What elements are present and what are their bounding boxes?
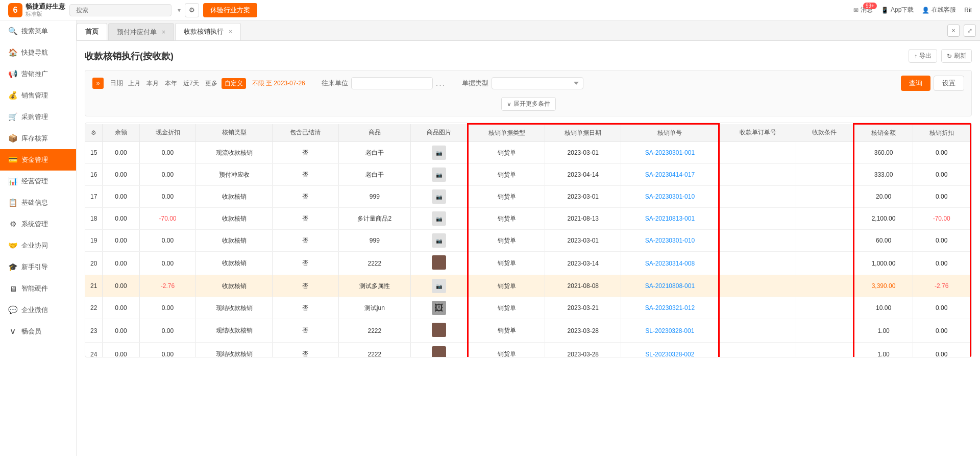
bill-no-link[interactable]: SA-20230321-012: [645, 304, 695, 311]
td-include-settled: 否: [272, 230, 338, 252]
td-product-image: 📷: [410, 275, 468, 297]
td-balance: 0.00: [103, 297, 139, 319]
td-product: 999: [338, 230, 410, 252]
td-cancel-amount: 1.00: [853, 319, 913, 343]
td-cancel-bill-type: 销货单: [468, 252, 545, 275]
data-table: ⚙ 余额 现金折扣 核销类型 包含已结清 商品 商品图片 核销单据类型 核销单据…: [85, 123, 971, 357]
table-row: 22 0.00 0.00 现结收款核销 否 测试jun 🖼 销货单 2023-0…: [85, 297, 971, 319]
export-button[interactable]: ↑ 导出: [909, 49, 937, 63]
tab-home[interactable]: 首页: [77, 23, 107, 40]
date-opt-this-month[interactable]: 本月: [144, 78, 161, 89]
td-cancel-bill-no[interactable]: SA-20210813-001: [621, 208, 719, 230]
purchase-icon: 🛒: [8, 112, 17, 122]
bill-no-link[interactable]: SA-20210808-001: [645, 282, 695, 290]
sidebar-item-purchase[interactable]: 🛒 采购管理: [0, 106, 76, 128]
tab-close-button[interactable]: ×: [947, 25, 960, 37]
td-cancel-bill-no[interactable]: SA-20230314-008: [621, 252, 719, 275]
td-cancel-bill-no[interactable]: SA-20230301-001: [621, 142, 719, 164]
td-cancel-discount: 0.00: [913, 343, 971, 358]
bill-no-link[interactable]: SA-20230414-017: [645, 171, 695, 178]
td-cancel-bill-no[interactable]: SA-20230321-012: [621, 297, 719, 319]
td-receipt-order-no: [719, 164, 796, 186]
td-cancel-bill-no[interactable]: SL-20230328-001: [621, 319, 719, 343]
bill-no-link[interactable]: SA-20230301-010: [645, 237, 695, 244]
table-settings-button[interactable]: 设置: [934, 76, 964, 91]
td-receipt-condition: [796, 208, 853, 230]
from-unit-input[interactable]: [351, 77, 433, 89]
tab-bar: 首页 预付冲应付单 × 收款核销执行 × × ⤢: [77, 20, 980, 41]
tab-cancel-close[interactable]: ×: [229, 28, 232, 35]
td-cancel-bill-date: 2023-03-01: [545, 186, 621, 208]
date-opt-prev-month[interactable]: 上月: [126, 78, 142, 89]
td-product-image: 📷: [410, 186, 468, 208]
td-cash-discount: 0.00: [139, 252, 196, 275]
td-cancel-bill-date: 2021-08-13: [545, 208, 621, 230]
td-product-image: [410, 343, 468, 358]
sidebar-item-member[interactable]: V 畅会员: [0, 321, 76, 342]
td-cancel-bill-date: 2021-08-08: [545, 275, 621, 297]
query-button[interactable]: 查询: [901, 76, 930, 91]
app-download-button[interactable]: 📱 App下载: [881, 6, 914, 14]
filter-expand-arrow[interactable]: »: [92, 78, 104, 89]
td-cancel-bill-type: 销货单: [468, 230, 545, 252]
td-cancel-discount: 0.00: [913, 186, 971, 208]
refresh-button[interactable]: ↻ 刷新: [941, 49, 972, 63]
td-balance: 0.00: [103, 142, 139, 164]
page-title-row: 收款核销执行(按收款) ↑ 导出 ↻ 刷新: [85, 49, 972, 63]
notification-button[interactable]: ✉ 消息 99+: [853, 6, 873, 14]
online-service-button[interactable]: 👤 在线客服: [922, 6, 956, 14]
sidebar-label-collab: 企业协同: [21, 241, 48, 250]
td-cancel-bill-date: 2023-03-01: [545, 142, 621, 164]
bill-no-link[interactable]: SA-20230301-010: [645, 193, 695, 200]
sidebar-item-collab[interactable]: 🤝 企业协同: [0, 235, 76, 256]
td-product: 2222: [338, 319, 410, 343]
search-input[interactable]: [69, 4, 172, 16]
th-receipt-condition: 收款条件: [796, 124, 853, 142]
sidebar-item-marketing[interactable]: 📢 营销推广: [0, 63, 76, 85]
bill-type-select[interactable]: [492, 77, 583, 89]
td-cancel-bill-no[interactable]: SA-20230414-017: [621, 164, 719, 186]
sidebar-item-finance[interactable]: 💳 资金管理: [0, 149, 76, 171]
sidebar: 🔍 搜索菜单 🏠 快捷导航 📢 营销推广 💰 销售管理 🛒 采购管理 📦 库存核…: [0, 20, 77, 456]
filter-row: » 日期 上月 本月 本年 近7天 更多 自定义 不限 至 202: [92, 76, 964, 91]
bill-no-link[interactable]: SA-20230301-001: [645, 149, 695, 156]
td-receipt-condition: [796, 343, 853, 358]
td-cancel-bill-no[interactable]: SA-20230301-010: [621, 186, 719, 208]
sidebar-item-search[interactable]: 🔍 搜索菜单: [0, 20, 76, 42]
bill-no-link[interactable]: SA-20230314-008: [645, 260, 695, 267]
tab-expand-button[interactable]: ⤢: [964, 25, 976, 37]
sidebar-item-system[interactable]: ⚙ 系统管理: [0, 213, 76, 235]
tab-prepay-close[interactable]: ×: [162, 29, 165, 36]
bill-no-link[interactable]: SL-20230328-001: [645, 327, 694, 334]
sidebar-item-operations[interactable]: 📊 经营管理: [0, 171, 76, 192]
sidebar-item-guide[interactable]: 🎓 新手引导: [0, 256, 76, 278]
td-include-settled: 否: [272, 252, 338, 275]
tab-cancel[interactable]: 收款核销执行 ×: [175, 23, 241, 40]
td-cancel-discount: 0.00: [913, 142, 971, 164]
industry-button[interactable]: 休验行业方案: [203, 3, 257, 17]
date-opt-this-year[interactable]: 本年: [163, 78, 179, 89]
bill-no-link[interactable]: SL-20230328-002: [645, 351, 694, 358]
td-cancel-bill-no[interactable]: SL-20230328-002: [621, 343, 719, 358]
sidebar-item-basic[interactable]: 📋 基础信息: [0, 192, 76, 213]
sidebar-item-inventory[interactable]: 📦 库存核算: [0, 128, 76, 149]
sidebar-item-sales[interactable]: 💰 销售管理: [0, 85, 76, 106]
bill-no-link[interactable]: SA-20210813-001: [645, 215, 695, 222]
expand-conditions-button[interactable]: ∨ 展开更多条件: [501, 97, 556, 111]
date-opt-7days[interactable]: 近7天: [181, 78, 201, 89]
td-cancel-bill-no[interactable]: SA-20230301-010: [621, 230, 719, 252]
date-opt-more[interactable]: 更多: [203, 78, 219, 89]
td-no: 15: [85, 142, 103, 164]
td-cancel-bill-no[interactable]: SA-20210808-001: [621, 275, 719, 297]
td-receipt-condition: [796, 319, 853, 343]
th-settings[interactable]: ⚙: [85, 124, 103, 142]
tab-prepay[interactable]: 预付冲应付单 ×: [108, 23, 174, 40]
from-unit-label: 往来单位: [322, 79, 348, 88]
sidebar-item-wechat[interactable]: 💬 企业微信: [0, 299, 76, 321]
date-opt-custom[interactable]: 自定义: [222, 78, 246, 89]
filter-from-unit: 往来单位 ...: [322, 77, 446, 89]
sidebar-item-hardware[interactable]: 🖥 智能硬件: [0, 278, 76, 299]
settings-icon[interactable]: ⚙: [185, 3, 199, 17]
td-balance: 0.00: [103, 319, 139, 343]
sidebar-item-nav[interactable]: 🏠 快捷导航: [0, 42, 76, 63]
